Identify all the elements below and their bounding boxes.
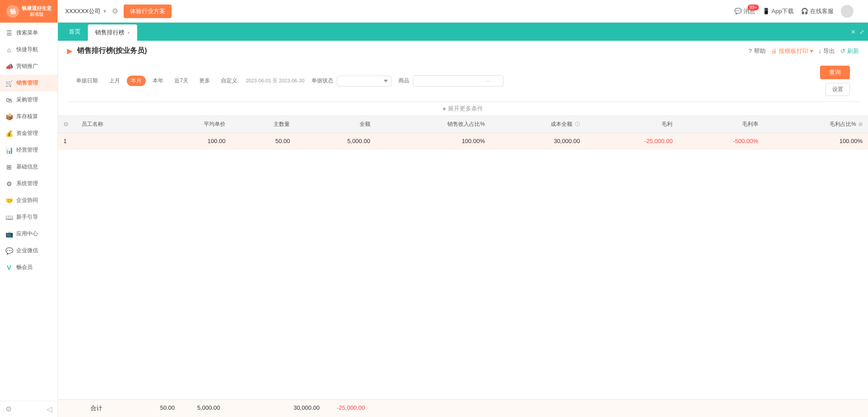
topbar-right: 💬 消息 99+ 📱 App下载 🎧 在线客服 — [734, 5, 861, 18]
sidebar-settings-icon[interactable]: ⚙ — [5, 405, 12, 413]
chevron-down-icon: ▾ — [103, 8, 106, 14]
headset-icon: 🎧 — [801, 8, 808, 14]
sidebar-item-sales[interactable]: 🛒 销售管理 — [0, 75, 58, 91]
chevron-down-expand-icon: ▾ — [443, 105, 446, 112]
sidebar-item-label: 企业协同 — [16, 197, 38, 204]
main: XXXXXX公司 ▾ ⚙ 体验行业方案 💬 消息 99+ 📱 App下载 🎧 在… — [58, 0, 868, 417]
help-btn[interactable]: ? 帮助 — [748, 47, 765, 55]
sidebar-item-label: 畅会员 — [16, 264, 33, 271]
trial-btn[interactable]: 体验行业方案 — [124, 5, 172, 18]
sidebar-item-label: 新手引导 — [16, 213, 38, 221]
expand-conditions-btn[interactable]: ▾ 展开更多条件 — [443, 105, 483, 113]
footer-spacer2 — [225, 404, 280, 412]
data-table: ⚙ 员工名称 平均单价 主数量 全额 销售收入占比% 成本全额 ⓘ 毛利 毛利率 — [58, 116, 868, 149]
sidebar-item-operations[interactable]: 📊 经营管理 — [0, 142, 58, 158]
restore-window-icon[interactable]: ⤢ — [859, 29, 864, 35]
sidebar: 畅 畅康通好生意 标准版 ☰ 搜索菜单 ⌂ 快捷导航 📣 营销推广 🛒 销售管理… — [0, 0, 58, 417]
data-table-wrap: ⚙ 员工名称 平均单价 主数量 全额 销售收入占比% 成本全额 ⓘ 毛利 毛利率 — [58, 116, 868, 399]
apps-icon: 📺 — [5, 230, 13, 238]
sales-icon: 🛒 — [5, 80, 13, 87]
print-btn[interactable]: 🖨 按模板打印 ▾ — [771, 47, 813, 55]
logo-icon: 畅 — [6, 5, 19, 18]
tab-sales-ranking[interactable]: 销售排行榜 × — [88, 24, 137, 41]
purchase-icon: 🛍 — [5, 96, 13, 104]
sidebar-item-search[interactable]: ☰ 搜索菜单 — [0, 24, 58, 41]
app-label: App下载 — [772, 7, 794, 15]
sidebar-item-label: 快捷导航 — [16, 46, 38, 53]
th-gear[interactable]: ⚙ — [58, 116, 76, 133]
sidebar-item-apps[interactable]: 📺 应用中心 — [0, 225, 58, 242]
sidebar-item-basics[interactable]: ⊞ 基础信息 — [0, 158, 58, 175]
member-icon: V — [5, 264, 13, 271]
app-download-btn[interactable]: 📱 App下载 — [762, 7, 794, 15]
pill-this-year[interactable]: 本年 — [149, 76, 168, 86]
footer-main-qty: 50.00 — [144, 404, 180, 412]
sidebar-collapse-icon[interactable]: ◁ — [47, 405, 52, 413]
pill-more[interactable]: 更多 — [195, 76, 214, 86]
topbar-gear-icon[interactable]: ⚙ — [112, 7, 118, 15]
company-name: XXXXXX公司 — [65, 7, 101, 15]
message-icon: 💬 — [734, 8, 742, 14]
table-footer: 合计 50.00 5,000.00 30,000.00 -25,000.00 — [58, 399, 868, 417]
service-label: 在线客服 — [810, 7, 834, 15]
content: ▶ 销售排行榜(按业务员) ? 帮助 🖨 按模板打印 ▾ ↓ 导 — [58, 41, 868, 417]
pill-this-month[interactable]: 本月 — [127, 76, 146, 86]
td-main-qty: 50.00 — [231, 133, 295, 149]
cooperation-icon: 🤝 — [5, 197, 13, 204]
footer-total-label: 合计 — [85, 404, 108, 412]
sidebar-item-label: 搜索菜单 — [16, 29, 38, 37]
set-btn[interactable]: 设置 — [825, 83, 850, 96]
tab-home[interactable]: 首页 — [62, 23, 88, 41]
sidebar-item-wechat[interactable]: 💬 企业微信 — [0, 242, 58, 259]
message-badge: 99+ — [748, 5, 759, 10]
pill-7days[interactable]: 近7天 — [170, 76, 192, 86]
guide-icon: 📖 — [5, 214, 13, 221]
print-icon: 🖨 — [771, 48, 777, 54]
avatar[interactable] — [841, 5, 854, 18]
refresh-btn[interactable]: ↺ 刷新 — [840, 47, 859, 55]
search-menu-icon: ☰ — [5, 29, 13, 37]
sidebar-item-member[interactable]: V 畅会员 — [0, 259, 58, 276]
td-gross-rate: -500.00% — [678, 133, 763, 149]
pill-custom[interactable]: 自定义 — [217, 76, 241, 86]
td-cost: 30,000.00 — [490, 133, 585, 149]
service-btn[interactable]: 🎧 在线客服 — [801, 7, 834, 15]
sidebar-item-purchase[interactable]: 🛍 采购管理 — [0, 91, 58, 108]
tab-close-icon[interactable]: × — [127, 30, 130, 35]
query-btn[interactable]: 查询 — [820, 66, 850, 79]
close-window-icon[interactable]: ✕ — [851, 29, 856, 35]
gross-pct-help-icon[interactable]: ⊞ — [858, 121, 863, 127]
th-sales-pct: 销售收入占比% — [376, 116, 490, 133]
th-gross-pct: 毛利占比% ⊞ — [764, 116, 868, 133]
status-select[interactable] — [337, 76, 391, 86]
sidebar-item-marketing[interactable]: 📣 营销推广 — [0, 58, 58, 75]
th-avg-price: 平均单价 — [153, 116, 231, 133]
inventory-icon: 📦 — [5, 113, 13, 120]
td-gross: -25,000.00 — [585, 133, 678, 149]
table-row: 1 100.00 50.00 5,000.00 100.00% 30,000.0… — [58, 133, 868, 149]
sidebar-item-inventory[interactable]: 📦 库存核算 — [0, 108, 58, 125]
sidebar-item-shortcuts[interactable]: ⌂ 快捷导航 — [0, 41, 58, 58]
pill-last-month[interactable]: 上月 — [105, 76, 124, 86]
expand-row: ▾ 展开更多条件 — [67, 102, 859, 115]
logo-text: 畅康通好生意 — [22, 5, 52, 11]
export-btn[interactable]: ↓ 导出 — [819, 47, 835, 55]
back-icon[interactable]: ▶ — [67, 47, 72, 55]
logo-sub: 标准版 — [22, 11, 52, 18]
sidebar-item-finance[interactable]: 💰 资金管理 — [0, 125, 58, 142]
goods-input[interactable]: ··· — [413, 75, 504, 86]
finance-icon: 💰 — [5, 130, 13, 137]
sidebar-item-label: 系统管理 — [16, 180, 38, 187]
message-btn[interactable]: 💬 消息 99+ — [734, 7, 755, 15]
sidebar-bottom: ⚙ ◁ — [0, 401, 58, 417]
query-actions: 查询 设置 — [820, 66, 850, 96]
sidebar-item-system[interactable]: ⚙ 系统管理 — [0, 175, 58, 192]
table-settings-icon[interactable]: ⚙ — [63, 121, 69, 128]
company-selector[interactable]: XXXXXX公司 ▾ — [65, 7, 106, 15]
footer-label — [63, 404, 74, 412]
cost-help-icon[interactable]: ⓘ — [575, 121, 580, 127]
td-index: 1 — [58, 133, 76, 149]
sidebar-item-cooperation[interactable]: 🤝 企业协同 — [0, 192, 58, 209]
page-header: ▶ 销售排行榜(按业务员) ? 帮助 🖨 按模板打印 ▾ ↓ 导 — [58, 41, 868, 116]
sidebar-item-guide[interactable]: 📖 新手引导 — [0, 209, 58, 225]
